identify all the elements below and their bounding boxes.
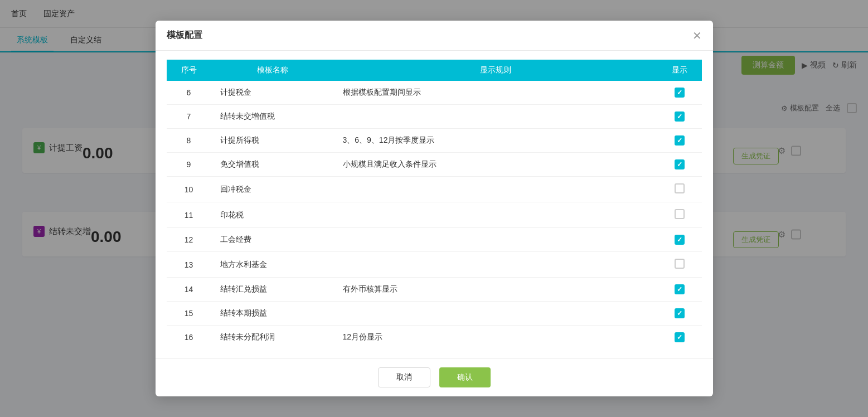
modal-title: 模板配置 xyxy=(167,30,202,41)
table-body: 6计提税金根据模板配置期间显示7结转未交增值税8计提所得税3、6、9、12月按季… xyxy=(167,81,702,349)
row-checkbox-10[interactable] xyxy=(675,183,685,193)
table-row: 8计提所得税3、6、9、12月按季度显示 xyxy=(167,129,702,153)
modal-template-config: 模板配置 ✕ 序号 模板名称 显示规则 显示 6计提税金根据模板配置期间显示7结… xyxy=(156,21,713,396)
cell-no: 16 xyxy=(167,326,211,350)
cell-no: 7 xyxy=(167,105,211,129)
row-checkbox-16[interactable] xyxy=(675,332,685,342)
cell-no: 6 xyxy=(167,81,211,105)
modal-body: 序号 模板名称 显示规则 显示 6计提税金根据模板配置期间显示7结转未交增值税8… xyxy=(156,51,713,358)
cancel-button[interactable]: 取消 xyxy=(378,367,430,387)
cell-no: 11 xyxy=(167,202,211,228)
cell-checkbox xyxy=(657,326,702,350)
cell-name: 地方水利基金 xyxy=(211,252,334,278)
col-name: 模板名称 xyxy=(211,60,334,81)
cell-name: 结转汇兑损益 xyxy=(211,278,334,302)
table-row: 14结转汇兑损益有外币核算显示 xyxy=(167,278,702,302)
col-display: 显示 xyxy=(657,60,702,81)
cell-checkbox xyxy=(657,228,702,252)
cell-checkbox xyxy=(657,252,702,278)
table-row: 6计提税金根据模板配置期间显示 xyxy=(167,81,702,105)
cell-checkbox xyxy=(657,202,702,228)
col-no: 序号 xyxy=(167,60,211,81)
cell-no: 13 xyxy=(167,252,211,278)
cell-name: 结转本期损益 xyxy=(211,302,334,326)
row-checkbox-9[interactable] xyxy=(675,159,685,169)
cell-rule xyxy=(334,105,657,129)
cell-rule: 小规模且满足收入条件显示 xyxy=(334,153,657,177)
cell-rule xyxy=(334,228,657,252)
row-checkbox-14[interactable] xyxy=(675,284,685,294)
cell-checkbox xyxy=(657,105,702,129)
modal-header: 模板配置 ✕ xyxy=(156,21,713,51)
table-row: 10回冲税金 xyxy=(167,177,702,202)
close-icon[interactable]: ✕ xyxy=(692,30,702,41)
row-checkbox-6[interactable] xyxy=(675,88,685,98)
config-table: 序号 模板名称 显示规则 显示 6计提税金根据模板配置期间显示7结转未交增值税8… xyxy=(167,60,702,349)
cell-checkbox xyxy=(657,302,702,326)
cell-no: 8 xyxy=(167,129,211,153)
cell-rule: 根据模板配置期间显示 xyxy=(334,81,657,105)
col-rule: 显示规则 xyxy=(334,60,657,81)
cell-name: 回冲税金 xyxy=(211,177,334,202)
row-checkbox-13[interactable] xyxy=(675,259,685,269)
cell-rule xyxy=(334,302,657,326)
row-checkbox-11[interactable] xyxy=(675,209,685,219)
cell-name: 工会经费 xyxy=(211,228,334,252)
table-row: 9免交增值税小规模且满足收入条件显示 xyxy=(167,153,702,177)
table-row: 12工会经费 xyxy=(167,228,702,252)
table-row: 13地方水利基金 xyxy=(167,252,702,278)
table-header: 序号 模板名称 显示规则 显示 xyxy=(167,60,702,81)
cell-rule xyxy=(334,252,657,278)
cell-name: 印花税 xyxy=(211,202,334,228)
cell-checkbox xyxy=(657,278,702,302)
cell-name: 免交增值税 xyxy=(211,153,334,177)
cell-rule xyxy=(334,202,657,228)
cell-no: 14 xyxy=(167,278,211,302)
row-checkbox-7[interactable] xyxy=(675,111,685,122)
table-row: 11印花税 xyxy=(167,202,702,228)
cell-checkbox xyxy=(657,177,702,202)
cell-name: 计提所得税 xyxy=(211,129,334,153)
modal-footer: 取消 确认 xyxy=(156,358,713,396)
table-row: 15结转本期损益 xyxy=(167,302,702,326)
row-checkbox-15[interactable] xyxy=(675,308,685,318)
cell-checkbox xyxy=(657,129,702,153)
cell-no: 12 xyxy=(167,228,211,252)
cell-checkbox xyxy=(657,81,702,105)
cell-rule: 有外币核算显示 xyxy=(334,278,657,302)
cell-no: 10 xyxy=(167,177,211,202)
cell-name: 结转未交增值税 xyxy=(211,105,334,129)
table-row: 7结转未交增值税 xyxy=(167,105,702,129)
cell-no: 15 xyxy=(167,302,211,326)
cell-checkbox xyxy=(657,153,702,177)
row-checkbox-8[interactable] xyxy=(675,135,685,146)
cell-name: 计提税金 xyxy=(211,81,334,105)
cell-rule xyxy=(334,177,657,202)
cell-rule: 12月份显示 xyxy=(334,326,657,350)
table-row: 16结转未分配利润12月份显示 xyxy=(167,326,702,350)
row-checkbox-12[interactable] xyxy=(675,235,685,245)
cell-name: 结转未分配利润 xyxy=(211,326,334,350)
cell-rule: 3、6、9、12月按季度显示 xyxy=(334,129,657,153)
confirm-button[interactable]: 确认 xyxy=(439,367,491,387)
cell-no: 9 xyxy=(167,153,211,177)
